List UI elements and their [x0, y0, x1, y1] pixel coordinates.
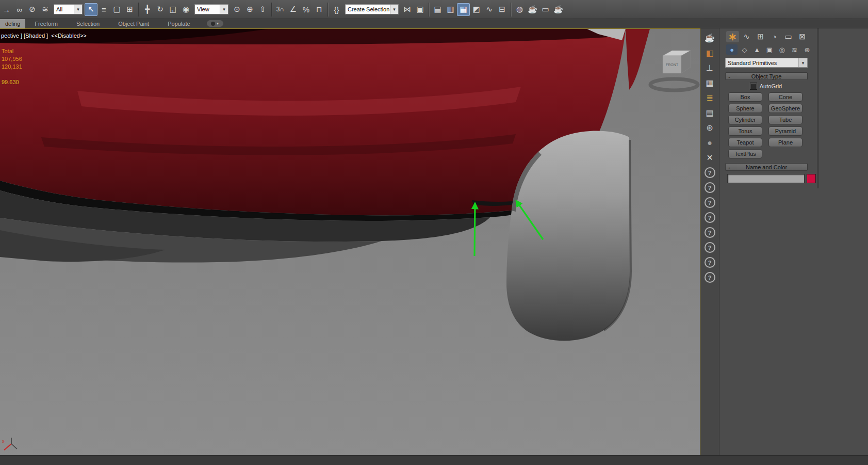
help-icon[interactable]: ?	[705, 195, 715, 210]
manage-layers-button[interactable]: ▤	[431, 3, 444, 16]
slabs-icon[interactable]: ▤	[702, 105, 717, 120]
render-setup-button[interactable]: ☕	[526, 3, 539, 16]
select-and-link-button[interactable]: ∞	[13, 3, 26, 16]
select-by-name-button[interactable]: ≡	[97, 3, 110, 16]
motion-tab-icon[interactable]: ◔	[768, 31, 781, 42]
select-and-manipulate-button[interactable]: ⊕	[243, 3, 256, 16]
viewcube[interactable]: FRONT	[650, 51, 698, 90]
create-tab-icon[interactable]: ∗	[726, 31, 739, 42]
lights-category-icon[interactable]: ▲	[751, 44, 763, 55]
redo-icon[interactable]: →	[0, 3, 13, 16]
pyramid-button[interactable]: Pyramid	[768, 126, 803, 136]
viewcube-ring[interactable]	[650, 79, 698, 90]
geometry-category-icon[interactable]: ●	[726, 44, 738, 55]
snaps-toggle-button[interactable]: 3∩	[274, 3, 287, 16]
compass-icon[interactable]: ⊥	[702, 60, 717, 75]
spinner-snap-button[interactable]: ⊓	[313, 3, 325, 16]
axis-y-line	[11, 444, 17, 449]
command-panel: ∗ ∿ ⊞ ◔ ▭ ⊠ ● ◇ ▲ ▣ ◎ ≋ ⊛ Standard Primi…	[720, 28, 868, 455]
unlink-selection-button[interactable]: ⊘	[26, 3, 39, 16]
paint-bucket-icon[interactable]: ◧	[702, 45, 717, 60]
ribbon-config-icon	[211, 22, 215, 26]
cameras-category-icon[interactable]: ▣	[764, 44, 775, 55]
ribbon-tab-selection[interactable]: Selection	[67, 19, 109, 28]
modify-tab-icon[interactable]: ∿	[740, 31, 753, 42]
select-and-move-button[interactable]: ╋	[141, 3, 154, 16]
question-mark: ?	[705, 272, 715, 283]
layers-icon[interactable]: ≣	[702, 90, 717, 105]
question-mark: ?	[705, 212, 715, 223]
select-and-place-button[interactable]: ◉	[179, 3, 192, 16]
rendered-frame-window-button[interactable]: ▭	[539, 3, 552, 16]
angle-snap-button[interactable]: ∠	[287, 3, 300, 16]
align-button[interactable]: ▣	[414, 3, 427, 16]
curve-editor-button[interactable]: ∿	[483, 3, 496, 16]
teapot-icon[interactable]: ☕	[702, 30, 717, 45]
keyboard-shortcut-override-button[interactable]: ⇧	[256, 3, 269, 16]
help-icon[interactable]: ?	[705, 225, 715, 240]
help-icon[interactable]: ?	[705, 255, 715, 270]
schematic-view-button[interactable]: ⊟	[496, 3, 509, 16]
toolbar-separator	[138, 3, 139, 17]
name-color-rollout-header[interactable]: - Name and Color	[725, 163, 808, 171]
box-button[interactable]: Box	[728, 92, 762, 102]
question-mark: ?	[705, 242, 715, 253]
select-and-scale-button[interactable]: ◱	[167, 3, 179, 16]
torus-button[interactable]: Torus	[728, 126, 762, 136]
render-production-button[interactable]: ☕	[552, 3, 565, 16]
utilities-tab-icon[interactable]: ⊠	[796, 31, 809, 42]
display-tab-icon[interactable]: ▭	[782, 31, 795, 42]
textplus-button[interactable]: TextPlus	[728, 149, 762, 158]
primitive-category-dropdown[interactable]: Standard Primitives ▾	[725, 58, 808, 68]
use-pivot-point-center-button[interactable]: ⊙	[231, 3, 243, 16]
help-icon[interactable]: ?	[705, 210, 715, 225]
ribbon-tab-freeform[interactable]: Freeform	[25, 19, 67, 28]
sphere-icon[interactable]: ●	[702, 135, 717, 150]
object-type-rollout-header[interactable]: - Object Type	[725, 72, 808, 80]
object-color-swatch[interactable]	[807, 174, 816, 183]
help-icon[interactable]: ?	[705, 165, 715, 180]
window-crossing-button[interactable]: ⊞	[123, 3, 136, 16]
tube-button[interactable]: Tube	[768, 115, 803, 124]
scene-explorer-button[interactable]: ▥	[444, 3, 457, 16]
ribbon-tab-object-paint[interactable]: Object Paint	[109, 19, 158, 28]
ribbon-tab-modeling[interactable]: deling	[0, 19, 25, 28]
help-icon[interactable]: ?	[705, 240, 715, 255]
shapes-category-icon[interactable]: ◇	[739, 44, 750, 55]
viewport-label[interactable]: pective ] [Shaded ] <<Disabled>>	[1, 33, 87, 39]
layer-explorer-button[interactable]: ▦	[457, 3, 470, 16]
cylinder-button[interactable]: Cylinder	[728, 115, 762, 124]
ribbon-tab-populate[interactable]: Populate	[158, 19, 199, 28]
help-icon[interactable]: ?	[705, 180, 715, 195]
reference-coordinate-dropdown[interactable]: View ▾	[194, 4, 228, 14]
plane-button[interactable]: Plane	[768, 138, 803, 147]
systems-category-icon[interactable]: ⊛	[801, 44, 813, 55]
perspective-viewport[interactable]: FRONT x pective ] [Shaded ] <<Disabled>>…	[0, 28, 700, 456]
select-and-rotate-button[interactable]: ↻	[154, 3, 167, 16]
sphere-button[interactable]: Sphere	[728, 104, 762, 113]
ringed-sphere-icon[interactable]: ⊛	[702, 120, 717, 135]
graph-editors-button[interactable]: ◩	[470, 3, 483, 16]
checker-icon[interactable]: ▦	[702, 75, 717, 90]
material-editor-button[interactable]: ◍	[513, 3, 526, 16]
bind-to-space-warp-button[interactable]: ≋	[39, 3, 52, 16]
panel-scrollbar[interactable]	[817, 28, 819, 188]
teapot-button[interactable]: Teapot	[728, 138, 762, 147]
ribbon-config-button[interactable]: ▾	[207, 20, 223, 27]
cone-button[interactable]: Cone	[768, 92, 803, 102]
hierarchy-tab-icon[interactable]: ⊞	[754, 31, 767, 42]
percent-snap-button[interactable]: %	[300, 3, 313, 16]
help-icon[interactable]: ?	[705, 270, 715, 285]
select-object-button[interactable]: ↖	[85, 3, 97, 16]
geosphere-button[interactable]: GeoSphere	[768, 104, 803, 113]
close-icon[interactable]: ×	[702, 150, 717, 165]
space-warps-category-icon[interactable]: ≋	[789, 44, 800, 55]
edit-named-selection-sets-button[interactable]: {}	[330, 3, 343, 16]
mirror-button[interactable]: ⋈	[401, 3, 414, 16]
helpers-category-icon[interactable]: ◎	[776, 44, 788, 55]
named-selection-sets-dropdown[interactable]: Create Selection Se ▾	[345, 4, 399, 14]
object-name-input[interactable]	[727, 174, 805, 183]
rectangular-selection-region-button[interactable]: ▢	[110, 3, 123, 16]
selection-filter-dropdown[interactable]: All ▾	[54, 4, 83, 14]
autogrid-checkbox[interactable]	[750, 83, 757, 90]
